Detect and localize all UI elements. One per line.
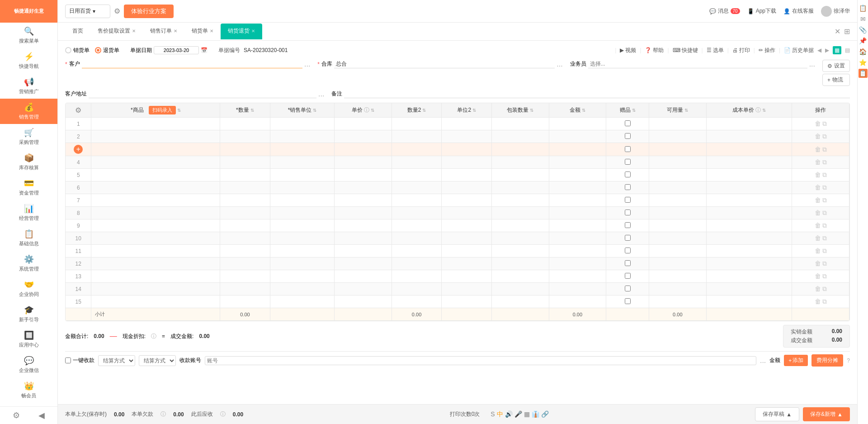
unit-price-cell[interactable] [335,156,392,169]
qty-cell[interactable] [220,219,270,232]
qty-cell[interactable] [220,232,270,245]
amount-cell[interactable] [549,232,606,245]
tab-sale-return[interactable]: 销货退货 ✕ [221,24,262,39]
sale-unit-cell[interactable] [270,270,334,283]
pack-qty-cell[interactable] [492,118,549,130]
add-payment-btn[interactable]: + 添加 [784,355,808,366]
available-cell[interactable] [649,219,707,232]
icon5[interactable]: ▦ [524,410,530,419]
cost-price-cell[interactable] [706,143,792,156]
gift-checkbox[interactable] [625,273,631,279]
sale-unit-cell[interactable] [270,181,334,194]
help-btn[interactable]: ❓ 帮助 [645,47,664,54]
salesperson-input[interactable] [588,60,807,68]
delete-row-btn[interactable]: 🗑 [815,184,821,191]
sale-unit-input[interactable] [272,248,332,254]
sale-unit-cell[interactable] [270,156,334,169]
sale-unit-input[interactable] [272,198,332,203]
unit2-cell[interactable] [442,270,492,283]
product-cell[interactable] [91,270,220,283]
sale-unit-input[interactable] [272,286,332,292]
history-btn[interactable]: 📄 历史单据 [784,47,814,54]
qty-input[interactable] [222,261,268,267]
cost-price-cell[interactable] [706,283,792,295]
available-cell[interactable] [649,194,707,207]
qty-input[interactable] [222,248,268,254]
sale-unit-cell[interactable] [270,169,334,181]
unit2-cell[interactable] [442,245,492,257]
available-cell[interactable] [649,143,707,156]
amount-cell[interactable] [549,283,606,295]
unit-price-cell[interactable] [335,295,392,308]
qty-cell[interactable] [220,143,270,156]
sale-unit-cell[interactable] [270,130,334,143]
qty-cell[interactable] [220,245,270,257]
cost-price-cell[interactable] [706,270,792,283]
product-cell[interactable] [91,156,220,169]
product-input[interactable] [93,185,218,191]
unit-price-input[interactable] [336,223,390,229]
qty2-cell[interactable] [392,283,442,295]
copy-row-btn[interactable]: ⧉ [822,171,827,178]
gift-cell[interactable] [606,207,649,219]
qty-sort-icon[interactable]: ⇅ [250,108,254,113]
available-sort-icon[interactable]: ⇅ [684,108,688,113]
gift-cell[interactable] [606,118,649,130]
pack-qty-cell[interactable] [492,270,549,283]
gift-cell[interactable] [606,295,649,308]
sale-unit-cell[interactable] [270,232,334,245]
sale-unit-cell[interactable] [270,245,334,257]
sale-unit-cell[interactable] [270,257,334,270]
unit-price-input[interactable] [336,248,390,254]
gift-cell[interactable] [606,169,649,181]
amount-cell[interactable] [549,130,606,143]
gift-checkbox[interactable] [625,133,631,139]
delete-row-btn[interactable]: 🗑 [815,196,821,204]
delete-row-btn[interactable]: 🗑 [815,171,821,178]
delete-row-btn[interactable]: 🗑 [815,222,821,229]
calendar-icon[interactable]: 📅 [201,47,208,53]
expected-info[interactable]: ⓘ [220,410,226,418]
unit-price-input[interactable] [336,236,390,241]
qty2-cell[interactable] [392,232,442,245]
cost-price-cell[interactable] [706,232,792,245]
gift-checkbox[interactable] [625,222,631,228]
unit-price-input[interactable] [336,160,390,165]
sale-unit-cell[interactable] [270,283,334,295]
pack-qty-cell[interactable] [492,283,549,295]
qty2-cell[interactable] [392,130,442,143]
product-input[interactable] [93,274,218,279]
tab-close-all-icon[interactable]: ✕ [835,27,840,36]
user-info[interactable]: 徐泽华 [821,6,850,17]
delete-row-btn[interactable]: 🗑 [815,158,821,166]
right-panel-icon-1[interactable]: 📋 [859,4,868,13]
pack-qty-cell[interactable] [492,245,549,257]
qty-input[interactable] [222,299,268,305]
unit2-cell[interactable] [442,207,492,219]
qty-input[interactable] [222,185,268,191]
amount-cell[interactable] [549,169,606,181]
one-click-checkbox[interactable] [65,357,71,363]
radio-sale[interactable]: 销货单 [65,47,90,54]
amount-cell[interactable] [549,219,606,232]
product-input[interactable] [93,210,218,216]
sale-unit-cell[interactable] [270,295,334,308]
amount-cell[interactable] [549,295,606,308]
delete-row-btn[interactable]: 🗑 [815,272,821,280]
available-cell[interactable] [649,181,707,194]
delete-row-btn[interactable]: 🗑 [815,133,821,140]
address-input[interactable] [89,90,316,98]
unit-price-input[interactable] [336,198,390,203]
copy-row-btn[interactable]: ⧉ [822,272,827,280]
unit-price-input[interactable] [336,134,390,139]
copy-row-btn[interactable]: ⧉ [822,146,827,153]
unit2-cell[interactable] [442,295,492,308]
sale-unit-input[interactable] [272,172,332,178]
cost-price-cell[interactable] [706,130,792,143]
product-cell[interactable] [91,194,220,207]
gift-checkbox[interactable] [625,184,631,190]
tab-home[interactable]: 首页 [65,24,90,39]
pack-qty-cell[interactable] [492,156,549,169]
available-cell[interactable] [649,207,707,219]
gift-checkbox[interactable] [625,260,631,266]
